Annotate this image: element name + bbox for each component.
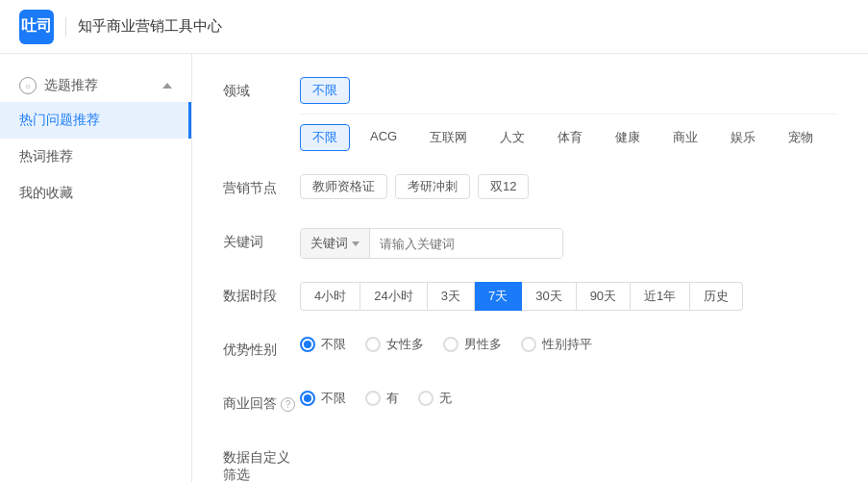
sidebar-item-hot-words[interactable]: 热词推荐 [0, 139, 191, 175]
domain-selected-tag[interactable]: 不限 [300, 77, 350, 104]
layout: ○ 选题推荐 热门问题推荐 热词推荐 我的收藏 领域 不限 不限 A [0, 54, 868, 482]
period-btn-history[interactable]: 历史 [690, 282, 743, 311]
dropdown-arrow-icon [352, 241, 360, 246]
sidebar-item-my-favorites[interactable]: 我的收藏 [0, 175, 191, 212]
commercial-reply-row: 商业回答 ? 不限 有 [223, 390, 837, 420]
marketing-node-label: 营销节点 [223, 174, 300, 197]
commercial-label-unlimited: 不限 [321, 390, 346, 407]
data-period-content: 4小时 24小时 3天 7天 30天 90天 近1年 历史 [300, 282, 837, 311]
domain-option-6[interactable]: 商业 [660, 124, 710, 151]
gender-advantage-row: 优势性别 不限 女性多 男性多 [223, 336, 837, 367]
domain-option-0[interactable]: 不限 [300, 124, 350, 151]
sidebar-item-hot-questions[interactable]: 热门问题推荐 [0, 102, 191, 139]
commercial-reply-label-container: 商业回答 ? [223, 390, 300, 413]
domain-row: 领域 不限 不限 ACG 互联网 人文 体育 健康 商业 娱乐 宠物 [223, 77, 837, 151]
commercial-label-yes: 有 [386, 390, 399, 407]
gender-label-male: 男性多 [464, 336, 502, 353]
keyword-label: 关键词 [223, 228, 300, 251]
domain-option-3[interactable]: 人文 [487, 124, 537, 151]
header: 吐司 知乎商业营销工具中心 [0, 0, 868, 54]
period-btn-7d[interactable]: 7天 [475, 282, 522, 311]
gender-label-female: 女性多 [386, 336, 424, 353]
clock-icon: ○ [19, 77, 37, 94]
sidebar-section-header[interactable]: ○ 选题推荐 [0, 69, 191, 102]
commercial-option-unlimited[interactable]: 不限 [300, 390, 346, 407]
radio-circle-unlimited [300, 337, 315, 352]
gender-option-male[interactable]: 男性多 [443, 336, 502, 353]
period-btn-90d[interactable]: 90天 [577, 282, 631, 311]
period-btn-4h[interactable]: 4小时 [300, 282, 360, 311]
chevron-up-icon [162, 83, 172, 89]
node-tag-2[interactable]: 双12 [478, 174, 529, 199]
radio-circle-neutral [521, 337, 536, 352]
domain-option-5[interactable]: 健康 [603, 124, 653, 151]
radio-circle-c-unlimited [300, 391, 315, 406]
domain-option-7[interactable]: 娱乐 [718, 124, 768, 151]
sidebar: ○ 选题推荐 热门问题推荐 热词推荐 我的收藏 [0, 54, 192, 482]
domain-option-2[interactable]: 互联网 [417, 124, 480, 151]
radio-dot-unlimited [304, 341, 311, 348]
data-period-row: 数据时段 4小时 24小时 3天 7天 30天 90天 近1年 历史 [223, 282, 837, 313]
commercial-reply-label: 商业回答 [223, 395, 277, 413]
marketing-node-tags: 教师资格证 考研冲刺 双12 [300, 174, 837, 199]
period-btn-30d[interactable]: 30天 [522, 282, 576, 311]
commercial-label-no: 无 [439, 390, 452, 407]
domain-option-1[interactable]: ACG [358, 124, 409, 151]
logo: 吐司 [19, 10, 54, 44]
data-period-label: 数据时段 [223, 282, 300, 305]
period-button-group: 4小时 24小时 3天 7天 30天 90天 近1年 历史 [300, 282, 743, 311]
radio-dot-c-unlimited [304, 394, 311, 402]
commercial-radio-group: 不限 有 无 [300, 390, 452, 407]
node-tag-0[interactable]: 教师资格证 [300, 174, 387, 199]
period-btn-24h[interactable]: 24小时 [360, 282, 427, 311]
commercial-reply-help-icon[interactable]: ? [281, 397, 295, 412]
gender-label-neutral: 性别持平 [542, 336, 592, 353]
custom-filter-label: 数据自定义筛选 [223, 444, 300, 482]
gender-advantage-label: 优势性别 [223, 336, 300, 359]
node-tag-1[interactable]: 考研冲刺 [395, 174, 470, 199]
commercial-option-no[interactable]: 无 [418, 390, 452, 407]
sidebar-section-label: 选题推荐 [44, 77, 98, 94]
domain-option-8[interactable]: 宠物 [776, 124, 826, 151]
gender-option-unlimited[interactable]: 不限 [300, 336, 346, 353]
keyword-dropdown[interactable]: 关键词 [301, 229, 370, 258]
commercial-reply-content: 不限 有 无 [300, 390, 837, 407]
radio-circle-c-yes [365, 391, 381, 406]
period-btn-1y[interactable]: 近1年 [631, 282, 690, 311]
keyword-dropdown-label: 关键词 [310, 235, 348, 252]
keyword-row: 关键词 关键词 [223, 228, 837, 259]
radio-circle-c-no [418, 391, 434, 406]
domain-options: 不限 ACG 互联网 人文 体育 健康 商业 娱乐 宠物 [300, 114, 837, 151]
keyword-input[interactable] [370, 229, 562, 258]
radio-circle-male [443, 337, 459, 352]
gender-radio-group: 不限 女性多 男性多 性别持平 [300, 336, 592, 353]
logo-text: 吐司 [21, 16, 52, 37]
gender-option-neutral[interactable]: 性别持平 [521, 336, 592, 353]
custom-filter-row: 数据自定义筛选 [223, 444, 837, 482]
gender-label-unlimited: 不限 [321, 336, 346, 353]
period-btn-3d[interactable]: 3天 [428, 282, 475, 311]
gender-advantage-content: 不限 女性多 男性多 性别持平 [300, 336, 837, 353]
domain-label: 领域 [223, 77, 300, 100]
marketing-node-row: 营销节点 教师资格证 考研冲刺 双12 [223, 174, 837, 205]
domain-option-4[interactable]: 体育 [545, 124, 595, 151]
header-title: 知乎商业营销工具中心 [78, 17, 222, 36]
keyword-content: 关键词 [300, 228, 837, 259]
gender-option-female[interactable]: 女性多 [365, 336, 424, 353]
radio-circle-female [365, 337, 381, 352]
main-content: 领域 不限 不限 ACG 互联网 人文 体育 健康 商业 娱乐 宠物 [192, 54, 868, 482]
keyword-select[interactable]: 关键词 [300, 228, 563, 259]
commercial-option-yes[interactable]: 有 [365, 390, 399, 407]
header-divider [65, 17, 66, 37]
